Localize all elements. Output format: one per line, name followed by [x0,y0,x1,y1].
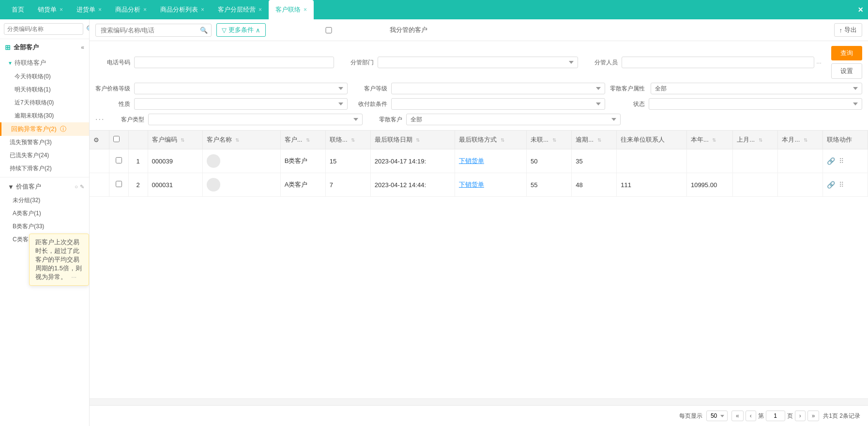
customer-grade-select[interactable] [391,83,605,94]
retail-attr-select[interactable]: 全部 [651,83,862,94]
search-input[interactable] [95,24,212,37]
row2-this-year: 10995.00 [686,173,732,197]
more-conditions-button[interactable]: ▽ 更多条件 ∧ [216,23,266,37]
sort-icon-type: ⇅ [306,137,310,143]
prev-page-button[interactable]: ‹ [746,411,756,421]
price-grade-select[interactable] [134,83,348,94]
col-code[interactable]: 客户编码 ⇅ [148,131,202,149]
retail-customer-select[interactable]: 全部 [406,114,621,125]
row2-type: A类客户 [280,173,325,197]
row1-avatar [207,154,220,168]
row2-last-method[interactable]: 下销货单 [455,173,526,197]
close-product-analysis-list-icon[interactable]: × [201,6,204,13]
collapse-icon[interactable]: « [81,44,84,51]
sidebar-search-icon[interactable]: 🔍 [86,25,90,33]
window-close-button[interactable]: × [858,5,863,15]
edit-icon[interactable]: ✎ [80,184,84,190]
circle-icon[interactable]: ○ [75,184,78,190]
row2-link-icon[interactable]: 🔗 [827,181,835,189]
sidebar-item-unclassified[interactable]: 未分组(32) [3,194,89,207]
row1-select-checkbox[interactable] [116,157,122,163]
page-size-select[interactable]: 50 [706,411,728,421]
close-customer-contact-icon[interactable]: × [304,6,307,13]
select-all-checkbox[interactable] [113,136,120,142]
price-grade-field: 客户价格等级 [95,83,348,94]
export-button[interactable]: ↑ 导出 [834,23,863,37]
my-customer-checkbox-area[interactable]: 我分管的客户 [271,26,427,34]
row1-link-icon[interactable]: 🔗 [827,157,835,165]
filter-row-2: 客户价格等级 客户等级 零散客户属性 全部 [95,83,862,94]
col-contact-person: 往来单位联系人 [617,131,687,149]
page-number-input[interactable] [766,411,785,421]
row2-select-checkbox[interactable] [116,181,122,187]
pending-contact-header[interactable]: ▼ 待联络客户 [5,56,89,70]
col-this-month[interactable]: 本月... ⇅ [778,131,823,149]
close-sales-icon[interactable]: × [60,6,63,13]
close-purchase-icon[interactable]: × [98,6,102,13]
close-customer-segmentation-icon[interactable]: × [259,6,262,13]
sort-icon-method: ⇅ [501,137,504,143]
col-settings[interactable]: ⚙ [90,131,109,149]
nav-customer-segmentation[interactable]: 客户分层经营 × [211,0,269,19]
col-last-contact-method[interactable]: 最后联络方式 ⇅ [455,131,526,149]
person-field: 分管人员 ··· [583,57,822,68]
col-contact[interactable]: 联络... ⇅ [325,131,370,149]
first-page-button[interactable]: « [731,411,744,421]
sidebar-item-declining[interactable]: 持续下滑客户(2) [0,162,89,175]
sidebar-item-abnormal[interactable]: 回购异常客户(2) ⓘ [0,122,89,136]
sidebar-all-customers-header[interactable]: ⊞ 全部客户 « [0,39,89,56]
page-size-label: 每页显示 [679,412,702,420]
nav-purchase[interactable]: 进货单 × [70,0,108,19]
person-input[interactable] [622,57,814,68]
nav-customer-contact[interactable]: 客户联络 × [269,0,314,19]
row2-grid-icon[interactable]: ⠿ [839,181,844,189]
sidebar-item-today[interactable]: 今天待联络(0) [5,70,89,83]
settings-button[interactable]: 设置 [831,63,862,79]
row1-last-method[interactable]: 下销货单 [455,149,526,173]
my-customer-checkbox[interactable] [271,27,387,33]
sidebar-item-class-b[interactable]: B类客户(33) [3,220,89,233]
close-product-analysis-icon[interactable]: × [143,6,147,13]
sidebar-search-input[interactable] [4,23,83,35]
sidebar-item-class-a[interactable]: A类客户(1) [3,207,89,220]
value-customer-header[interactable]: ▼ 价值客户 ○ ✎ [3,179,89,194]
last-page-button[interactable]: » [807,411,820,421]
query-button[interactable]: 查询 [831,46,862,60]
row2-checkbox[interactable] [109,173,128,197]
person-more-icon[interactable]: ··· [816,59,822,66]
nav-home[interactable]: 首页 [5,0,31,19]
sidebar-item-tomorrow[interactable]: 明天待联络(1) [5,83,89,96]
sidebar-item-churn-warning[interactable]: 流失预警客户(3) [0,136,89,149]
search-button-icon[interactable]: 🔍 [200,27,208,34]
customer-type-label: 客户类型 [109,116,148,124]
sidebar-item-churned[interactable]: 已流失客户(24) [0,149,89,162]
row1-checkbox[interactable] [109,149,128,173]
gender-select[interactable] [134,98,348,110]
sidebar-item-overdue[interactable]: 逾期未联络(30) [5,109,89,122]
sidebar-search-area: 🔍 [0,19,89,39]
col-uncontacted[interactable]: 未联... ⇅ [527,131,572,149]
page-suffix-label: 页 [787,412,793,420]
row1-grid-icon[interactable]: ⠿ [839,157,844,165]
retail-attr-field: 零散客户属性 全部 [610,83,862,94]
horizontal-scrollbar[interactable] [90,398,868,405]
status-select[interactable] [649,98,862,110]
dept-select[interactable] [378,57,578,68]
next-page-button[interactable]: › [795,411,806,421]
customer-table: ⚙ 客户编码 ⇅ 客户名称 ⇅ [90,131,868,197]
payment-select[interactable] [391,98,605,110]
nav-product-analysis[interactable]: 商品分析 × [108,0,153,19]
price-grade-label: 客户价格等级 [95,85,134,93]
nav-product-analysis-list[interactable]: 商品分析列表 × [153,0,211,19]
more-dots[interactable]: ··· [95,115,105,124]
customer-type-select[interactable] [148,114,363,125]
nav-sales[interactable]: 销货单 × [31,0,70,19]
col-last-month[interactable]: 上月... ⇅ [733,131,778,149]
col-this-year[interactable]: 本年... ⇅ [686,131,732,149]
col-type[interactable]: 客户... ⇅ [280,131,325,149]
col-last-contact-date[interactable]: 最后联络日期 ⇅ [370,131,455,149]
sidebar-item-7days[interactable]: 近7天待联络(0) [5,96,89,109]
col-overdue[interactable]: 逾期... ⇅ [572,131,617,149]
col-name[interactable]: 客户名称 ⇅ [202,131,280,149]
phone-input[interactable] [134,57,334,68]
